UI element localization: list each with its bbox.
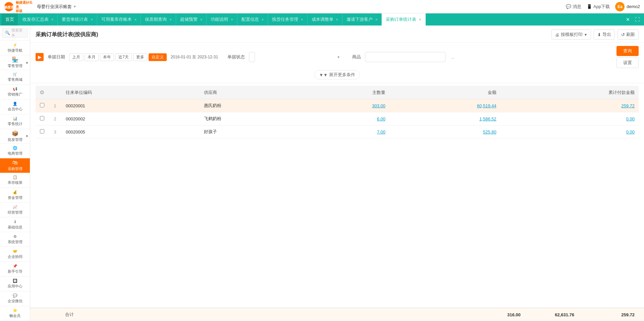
nav-tab-invite-downstream[interactable]: 邀请下游客户 ×	[342, 13, 382, 25]
footer-amount: 62,631.76	[545, 312, 578, 317]
close-invite-downstream-icon[interactable]: ×	[375, 17, 377, 21]
sidebar-item-enterprise-collab[interactable]: 🤝 企业协同	[0, 247, 30, 262]
sidebar-item-wholesale-mgmt[interactable]: 📦 批发管理 ▼	[0, 129, 30, 144]
refresh-button[interactable]: ↺ 刷新	[618, 30, 639, 40]
query-button[interactable]: 查询	[616, 46, 639, 56]
row-checkbox[interactable]	[40, 129, 44, 133]
row-check-cell[interactable]	[36, 112, 48, 125]
workspace-selector[interactable]: 母婴行业演示账套 ▼	[37, 4, 76, 10]
row-main-qty[interactable]: 6.00	[303, 112, 389, 125]
sidebar-item-retail-store[interactable]: 🛒 零售商城	[0, 70, 30, 85]
close-receive-summary-icon[interactable]: ×	[51, 17, 53, 21]
system-mgmt-icon: ⚙	[13, 234, 17, 239]
row-main-qty[interactable]: 303.00	[303, 99, 389, 112]
custom-date-tag: 自定义	[149, 53, 167, 61]
nav-tab-goods-summary[interactable]: 要货单统计表 ×	[58, 13, 97, 25]
sidebar-item-basic-info[interactable]: ℹ 基础信息	[0, 217, 30, 232]
nav-tab-available-stock[interactable]: 可用量库存账本 ×	[97, 13, 141, 25]
row-num-cell: 2	[48, 112, 62, 125]
status-select[interactable]	[249, 52, 255, 62]
nav-tab-cost-adjust[interactable]: 成本调整单 ×	[308, 13, 342, 25]
message-button[interactable]: 💬 消息	[566, 4, 581, 10]
member-center-icon: 👤	[13, 102, 17, 106]
row-check-cell[interactable]	[36, 125, 48, 139]
sidebar-item-retail-stats[interactable]: 📊 零售统计	[0, 114, 30, 129]
row-paid-amount[interactable]: 259.72	[500, 99, 639, 112]
this-year-btn[interactable]: 本年	[100, 53, 114, 61]
user-profile[interactable]: Ea demo2	[615, 2, 640, 11]
close-picking-task-icon[interactable]: ×	[301, 17, 303, 21]
row-num-cell: 3	[48, 125, 62, 139]
table-row: 1 00020001 惠氏奶粉 303.00 60,519.44 259.72	[36, 99, 639, 112]
enterprise-wechat-icon: 💬	[13, 293, 17, 298]
table-container: ⚙ 往来单位编码 供应商 主数量 金额 累计付款金额 1	[30, 83, 644, 308]
sidebar-item-ops-mgmt[interactable]: 📈 经营管理	[0, 203, 30, 217]
template-print-button[interactable]: 🖨 按模板打印 ▼	[551, 30, 591, 40]
close-overstock-alert-icon[interactable]: ×	[200, 17, 202, 21]
nav-tab-picking-task[interactable]: 拣货任务管理 ×	[268, 13, 307, 25]
close-cost-adjust-icon[interactable]: ×	[336, 17, 338, 21]
sidebar-item-new-guide[interactable]: 📌 新手引导	[0, 262, 30, 276]
row-checkbox[interactable]	[40, 103, 44, 107]
app-download-button[interactable]: 📱 App下载	[587, 4, 610, 10]
wholesale-mgmt-label: 批发管理	[8, 137, 22, 142]
last-month-btn[interactable]: 上月	[69, 53, 83, 61]
nav-tab-home[interactable]: 首页	[1, 13, 18, 25]
settings-button[interactable]: 设置	[616, 57, 639, 68]
expand-more-conditions-button[interactable]: ▼▼ 展开更多条件	[315, 70, 360, 79]
nav-tab-expiry-query[interactable]: 保质期查询 ×	[141, 13, 176, 25]
more-date-btn[interactable]: 更多	[133, 53, 147, 61]
col-amount: 金额	[389, 86, 500, 99]
ops-mgmt-icon: 📈	[13, 205, 17, 209]
row-main-qty[interactable]: 7.00	[303, 125, 389, 139]
export-button[interactable]: ⬇ 导出	[594, 30, 615, 40]
row-paid-amount[interactable]: 0.00	[500, 112, 639, 125]
sidebar-item-quick-nav[interactable]: ⚡ 快捷导航	[0, 41, 30, 55]
row-checkbox[interactable]	[40, 116, 44, 120]
close-available-stock-icon[interactable]: ×	[135, 17, 137, 21]
last-7days-btn[interactable]: 近7天	[115, 53, 132, 61]
close-expiry-query-icon[interactable]: ×	[169, 17, 171, 21]
sidebar-item-finance-mgmt[interactable]: 💰 资金管理	[0, 188, 30, 203]
nav-tab-purchase-summary[interactable]: 采购订单统计表 ×	[382, 13, 425, 25]
close-config-info-icon[interactable]: ×	[262, 17, 264, 21]
column-settings-icon[interactable]: ⚙	[40, 90, 44, 95]
nav-tab-overstock-alert[interactable]: 超储预警 ×	[176, 13, 207, 25]
nav-tab-function-desc[interactable]: 功能说明 ×	[207, 13, 237, 25]
system-mgmt-label: 系统管理	[8, 239, 22, 245]
sidebar-item-stock-check[interactable]: 📋 库存核算	[0, 173, 30, 188]
row-check-cell[interactable]	[36, 99, 48, 112]
sidebar-item-ecommerce-mgmt[interactable]: 🌐 电商管理	[0, 144, 30, 158]
filter-toggle-button[interactable]: ▶	[36, 53, 44, 61]
close-all-tabs-button[interactable]: ✕	[624, 15, 632, 23]
sidebar-item-retail-mgmt[interactable]: 🏪 零售管理 ▲	[0, 55, 30, 70]
filter-expand-row: ▼▼ 展开更多条件	[36, 70, 639, 79]
sidebar-item-vip-member[interactable]: ⭐ 畅会员	[0, 306, 30, 321]
expand-tabs-button[interactable]: ⛶	[633, 15, 641, 23]
sidebar-item-app-center[interactable]: 🔲 应用中心	[0, 277, 30, 291]
sidebar-item-purchase-mgmt[interactable]: 🛍 采购管理	[0, 158, 30, 173]
sidebar-search-area: 🔍 搜索菜单	[0, 25, 30, 41]
close-goods-summary-icon[interactable]: ×	[91, 17, 93, 21]
nav-tab-config-info[interactable]: 配置信息 ×	[237, 13, 268, 25]
sidebar-item-enterprise-wechat[interactable]: 💬 企业微信	[0, 291, 30, 306]
sidebar-item-marketing[interactable]: 📢 营销推广	[0, 85, 30, 100]
goods-filter-input[interactable]	[365, 52, 445, 62]
close-function-desc-icon[interactable]: ×	[231, 17, 233, 21]
sidebar-item-system-mgmt[interactable]: ⚙ 系统管理	[0, 232, 30, 247]
workspace-chevron-icon: ▼	[73, 5, 76, 8]
close-purchase-summary-icon[interactable]: ×	[419, 17, 421, 21]
search-input-box[interactable]: 🔍 搜索菜单	[2, 28, 28, 38]
col-check: ⚙	[36, 86, 48, 99]
logo-area: 畅捷通 畅捷通好生意 标版	[4, 0, 34, 13]
enterprise-collab-icon: 🤝	[13, 249, 17, 254]
this-month-btn[interactable]: 本月	[85, 53, 99, 61]
row-amount[interactable]: 1,586.52	[389, 112, 500, 125]
more-filter-icon[interactable]: ...	[451, 55, 454, 60]
footer-main-qty: 316.00	[498, 312, 525, 317]
row-paid-amount[interactable]: 0.00	[500, 125, 639, 139]
row-amount[interactable]: 525.80	[389, 125, 500, 139]
row-amount[interactable]: 60,519.44	[389, 99, 500, 112]
sidebar-item-member-center[interactable]: 👤 会员中心	[0, 100, 30, 114]
nav-tab-receive-summary[interactable]: 收发存汇总表 ×	[18, 13, 58, 25]
